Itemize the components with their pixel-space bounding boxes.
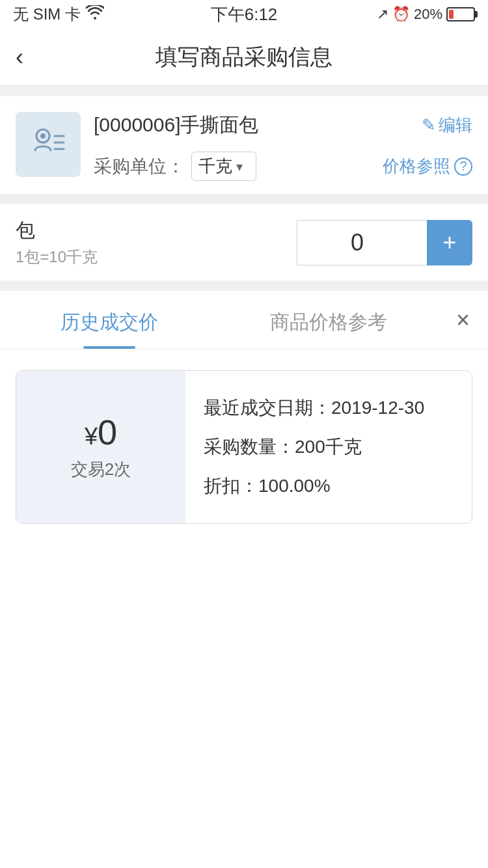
recent-date-value: 2019-12-30 [331,398,424,418]
nav-bar: ‹ 填写商品采购信息 [0,29,488,86]
svg-point-1 [40,133,46,139]
purchase-qty-value: 200千克 [295,437,362,457]
card-price-yen: ¥ [85,423,98,450]
price-ref-label: 价格参照 [383,155,450,178]
location-icon: ↗ [377,6,388,23]
tab-close-button[interactable]: × [438,306,488,334]
edit-icon: ✎ [422,115,436,135]
card-price-value: 0 [98,413,117,452]
wifi-icon [86,5,104,23]
card-detail-discount: 折扣：100.00% [204,472,454,500]
card-detail-recent-date: 最近成交日期：2019-12-30 [204,394,454,422]
tab-history-price-label: 历史成交价 [61,311,158,332]
quantity-label-block: 包 1包=10千克 [16,217,98,267]
quantity-row: 包 1包=10千克 + [0,204,488,280]
product-thumbnail [16,112,81,177]
card-detail-purchase-qty: 采购数量：200千克 [204,433,454,461]
edit-button[interactable]: ✎ 编辑 [422,114,472,137]
quantity-plus-button[interactable]: + [427,220,472,265]
section-divider-1 [0,194,488,204]
carrier-text: 无 SIM 卡 [13,4,81,25]
recent-date-label: 最近成交日期： [204,398,331,418]
unit-value: 千克 [198,155,232,178]
discount-value: 100.00% [258,476,331,496]
product-name: [0000006]手撕面包 [94,112,258,139]
quantity-unit-name: 包 [16,217,98,244]
tab-history-price[interactable]: 历史成交价 [0,291,219,349]
unit-label: 采购单位： [94,154,185,179]
card-right: 最近成交日期：2019-12-30 采购数量：200千克 折扣：100.00% [185,371,472,523]
status-left: 无 SIM 卡 [13,4,104,25]
card-trade-count: 交易2次 [71,458,131,481]
status-bar: 无 SIM 卡 下午6:12 ↗ ⏰ 20% [0,0,488,29]
card-price: ¥0 [85,413,117,452]
tabs-panel: 历史成交价 商品价格参考 × ¥0 交易2次 最近成交日期：2019-12-30… [0,291,488,545]
unit-dropdown-arrow: ▾ [236,159,243,174]
main-bg [0,545,488,868]
status-right: ↗ ⏰ 20% [377,6,475,23]
edit-label: 编辑 [439,114,472,137]
product-info: [0000006]手撕面包 ✎ 编辑 采购单位： 千克 ▾ 价格参照 ? [94,112,472,181]
quantity-unit-ratio: 1包=10千克 [16,247,98,267]
battery-fill [449,10,454,19]
discount-label: 折扣： [204,476,258,496]
tabs-header: 历史成交价 商品价格参考 × [0,291,488,349]
card-left: ¥0 交易2次 [16,371,185,523]
quantity-input[interactable] [297,220,427,265]
battery-icon [446,7,475,21]
help-icon: ? [454,157,472,176]
unit-select[interactable]: 千克 ▾ [191,152,256,181]
price-ref-button[interactable]: 价格参照 ? [383,155,472,178]
battery-pct: 20% [414,6,442,23]
product-header: [0000006]手撕面包 ✎ 编辑 [94,112,472,139]
tab-product-price-ref[interactable]: 商品价格参考 [219,291,437,349]
product-section: [0000006]手撕面包 ✎ 编辑 采购单位： 千克 ▾ 价格参照 ? [0,96,488,194]
panel-divider [0,280,488,291]
card-container: ¥0 交易2次 最近成交日期：2019-12-30 采购数量：200千克 折扣：… [0,349,488,545]
product-unit-row: 采购单位： 千克 ▾ 价格参照 ? [94,152,472,181]
alarm-icon: ⏰ [392,6,410,23]
purchase-qty-label: 采购数量： [204,437,295,457]
page-title: 填写商品采购信息 [156,42,332,72]
product-thumb-icon [29,123,68,166]
unit-selector-group: 采购单位： 千克 ▾ [94,152,256,181]
back-button[interactable]: ‹ [16,44,23,71]
tab-product-price-ref-label: 商品价格参考 [270,311,387,332]
quantity-input-block: + [297,220,472,265]
info-card: ¥0 交易2次 最近成交日期：2019-12-30 采购数量：200千克 折扣：… [16,370,472,524]
status-time: 下午6:12 [211,3,278,26]
